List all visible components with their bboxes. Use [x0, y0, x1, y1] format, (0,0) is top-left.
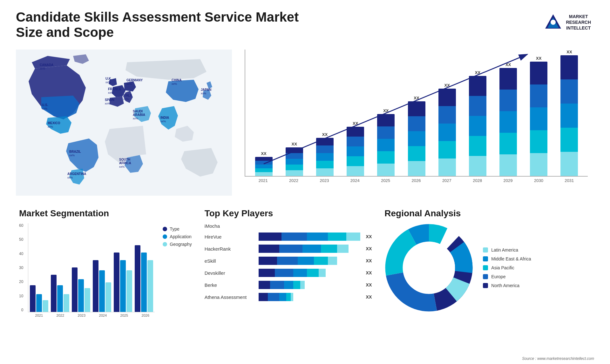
seg-bar — [64, 294, 69, 312]
bar-segment — [255, 172, 273, 176]
svg-text:xx%: xx% — [40, 67, 45, 70]
bar-segment — [499, 111, 517, 133]
bar-xx-label: XX — [505, 62, 511, 67]
player-row: HireVueXX — [205, 233, 372, 241]
player-bar-segment — [279, 293, 286, 301]
seg-year-group — [114, 253, 132, 312]
page-container: Candidate Skills Assessment Service Mark… — [0, 0, 610, 364]
players-list: iMochaHireVueXXHackerRankXXeSkillXXDevsk… — [205, 223, 372, 301]
bar-chart-inner: XXXXXXXXXXXXXXXXXXXXXX 20212022202320242… — [245, 50, 588, 180]
bar-xx-label: XX — [292, 142, 297, 146]
legend-type: Type — [163, 226, 192, 232]
player-bar-segment — [314, 257, 328, 265]
bar-year-label: 2023 — [311, 178, 338, 183]
bar-segment — [469, 76, 486, 96]
bar-xx-label: XX — [322, 132, 328, 137]
svg-text:SPAIN: SPAIN — [105, 98, 114, 102]
bar-xx-label: XX — [353, 121, 358, 126]
bar-year-label: 2029 — [494, 178, 522, 183]
bar-segment — [438, 158, 456, 176]
bar-segment — [347, 127, 364, 137]
player-bar-container — [259, 257, 360, 265]
bar-segment — [499, 90, 517, 111]
bar-segment — [469, 116, 486, 136]
regional-title: Regional Analysis — [384, 208, 591, 219]
regional-dot-na — [483, 283, 488, 288]
player-bar-segment — [259, 293, 268, 301]
svg-text:AFRICA: AFRICA — [119, 161, 131, 165]
player-bar-container — [259, 293, 360, 301]
bar-segment — [286, 165, 303, 170]
donut-container: Latin America Middle East & Africa Asia … — [384, 223, 591, 312]
players-title: Top Key Players — [205, 208, 372, 219]
svg-text:ARGENTINA: ARGENTINA — [67, 172, 86, 176]
svg-text:xx%: xx% — [126, 82, 132, 85]
seg-y-axis: 0 10 20 30 40 50 60 — [19, 223, 25, 312]
bar-segment — [408, 131, 425, 146]
seg-year-group — [72, 267, 90, 312]
bar-year-label: 2021 — [249, 178, 277, 183]
bar-segment — [530, 62, 547, 84]
player-bar-segment — [302, 245, 321, 253]
player-bar-segment — [284, 281, 293, 289]
svg-text:ITALY: ITALY — [123, 94, 132, 97]
bar-group: XX — [311, 132, 338, 176]
bar-segment — [255, 165, 273, 168]
player-bar-segment — [286, 293, 291, 301]
player-bar-segment — [346, 233, 360, 241]
bar-segment — [255, 161, 273, 165]
player-name: eSkill — [205, 258, 255, 264]
bar-segment — [377, 114, 395, 126]
player-bar-segment — [319, 269, 326, 277]
seg-year-label: 2025 — [115, 313, 133, 317]
regional-label-europe: Europe — [491, 274, 505, 279]
player-row: BerkeXX — [205, 281, 372, 289]
map-area: CANADA xx% U.S. xx% MEXICO xx% BRAZIL xx… — [16, 46, 232, 199]
players-area: Top Key Players iMochaHireVueXXHackerRan… — [201, 205, 375, 358]
bar-segment — [438, 106, 456, 124]
regional-item-apac: Asia Pacific — [483, 265, 531, 270]
bar-segment — [316, 153, 334, 161]
regional-dot-apac — [483, 265, 488, 270]
svg-text:xx%: xx% — [105, 81, 111, 84]
bar-segment — [347, 166, 364, 176]
bar-group: XX — [433, 83, 461, 176]
bar-group: XX — [250, 151, 277, 176]
top-section: CANADA xx% U.S. xx% MEXICO xx% BRAZIL xx… — [16, 46, 594, 199]
donut-chart — [384, 223, 473, 312]
seg-year-group — [135, 245, 153, 312]
header: Candidate Skills Assessment Service Mark… — [16, 10, 594, 40]
bar-segment — [560, 128, 578, 152]
player-row: DevskillerXX — [205, 269, 372, 277]
seg-year-group — [93, 260, 111, 312]
stacked-bar — [347, 127, 364, 176]
bar-segment — [438, 141, 456, 158]
bar-segment — [530, 84, 547, 107]
svg-point-43 — [403, 242, 455, 294]
bar-segment — [316, 161, 334, 168]
svg-text:BRAZIL: BRAZIL — [69, 150, 81, 153]
bar-segment — [530, 153, 547, 176]
seg-year-label: 2023 — [72, 313, 91, 317]
bar-group: XX — [342, 121, 369, 176]
player-name: HireVue — [205, 234, 255, 239]
svg-text:U.S.: U.S. — [42, 103, 48, 107]
bar-segment — [347, 146, 364, 156]
logo-area: MARKET RESEARCH INTELLECT — [540, 10, 594, 35]
seg-bar — [72, 267, 78, 312]
bar-group: XX — [281, 142, 308, 176]
bar-group: XX — [556, 50, 583, 176]
logo-icon — [544, 13, 563, 32]
player-xx-label: XX — [366, 246, 372, 251]
bar-xx-label: XX — [475, 70, 480, 75]
svg-text:xx%: xx% — [201, 92, 206, 95]
svg-text:xx%: xx% — [123, 98, 129, 101]
seg-bar — [126, 270, 132, 312]
legend-label-type: Type — [170, 226, 179, 232]
player-bar-container — [259, 233, 360, 241]
regional-label-na: North America — [491, 283, 519, 288]
player-name: Athena Assessment — [205, 294, 255, 300]
bars-row: XXXXXXXXXXXXXXXXXXXXXX — [245, 50, 588, 177]
legend-application: Application — [163, 234, 192, 239]
regional-item-na: North America — [483, 283, 531, 288]
